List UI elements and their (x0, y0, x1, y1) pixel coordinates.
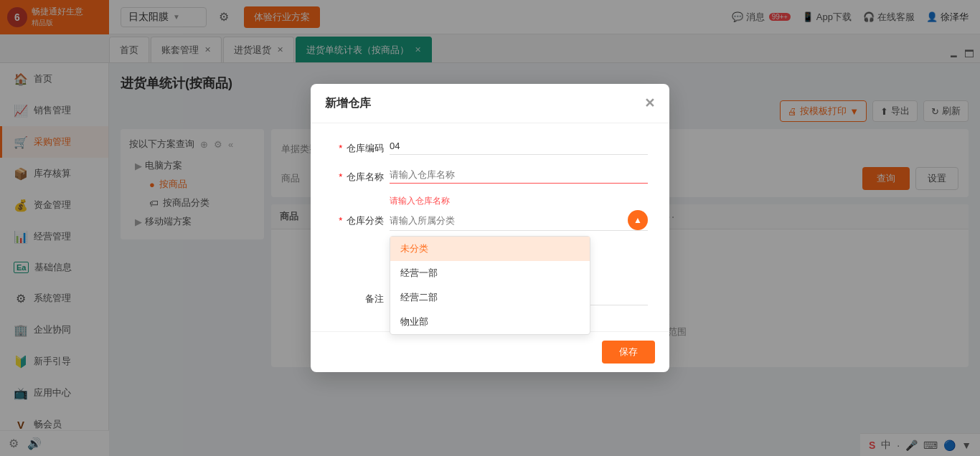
category-input[interactable] (390, 212, 628, 229)
category-toggle-button[interactable]: ▲ (628, 210, 648, 230)
category-wrapper: ▲ 未分类 经营一部 经营二部 物业部 (390, 210, 648, 231)
modal-close-button[interactable]: ✕ (644, 95, 655, 111)
category-label: * 仓库分类 (332, 210, 390, 227)
new-warehouse-modal: 新增仓库 ✕ * 仓库编码 * 仓库名称 (311, 84, 669, 372)
note-label: 备注 (332, 288, 390, 305)
category-input-row: ▲ (390, 210, 648, 231)
form-row-code: * 仓库编码 (332, 138, 648, 155)
dropdown-item-op1[interactable]: 经营一部 (390, 261, 590, 285)
modal-body: * 仓库编码 * 仓库名称 请输入仓库名称 * 仓库 (311, 123, 669, 331)
form-row-category: * 仓库分类 ▲ 未分类 经营一部 (332, 210, 648, 231)
name-label: * 仓库名称 (332, 166, 390, 184)
modal-title: 新增仓库 (325, 96, 371, 111)
name-input[interactable] (390, 166, 648, 184)
modal-overlay[interactable]: 新增仓库 ✕ * 仓库编码 * 仓库名称 (0, 0, 980, 456)
dropdown-item-op2[interactable]: 经营二部 (390, 285, 590, 310)
dropdown-item-uncategorized[interactable]: 未分类 (390, 237, 590, 261)
name-field-wrapper (390, 166, 648, 184)
code-input[interactable] (390, 138, 648, 155)
category-dropdown: 未分类 经营一部 经营二部 物业部 (390, 236, 590, 335)
code-label: * 仓库编码 (332, 138, 390, 155)
modal-footer: 保存 (311, 331, 669, 372)
save-button[interactable]: 保存 (602, 341, 655, 364)
name-error-msg: 请输入仓库名称 (390, 195, 648, 207)
dropdown-item-op3[interactable]: 物业部 (390, 310, 590, 334)
modal-header: 新增仓库 ✕ (311, 84, 669, 123)
form-row-name: * 仓库名称 (332, 166, 648, 184)
